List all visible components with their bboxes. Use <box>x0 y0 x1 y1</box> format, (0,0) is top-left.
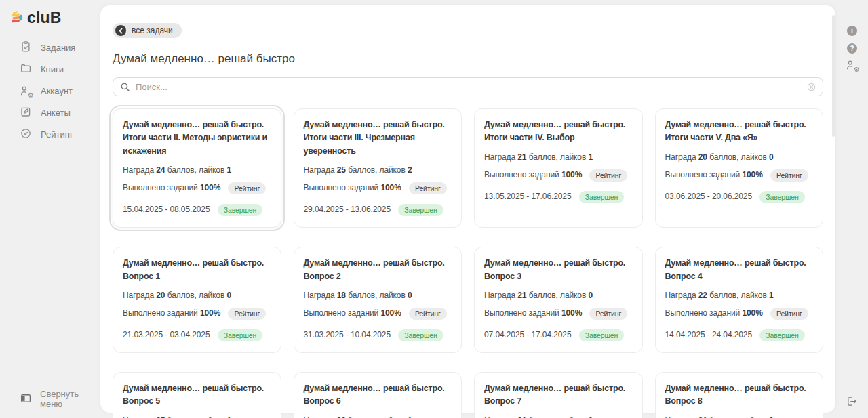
card-dates: 15.04.2025 - 08.05.2025 <box>123 205 210 214</box>
clear-search-icon[interactable] <box>807 83 816 91</box>
collapse-menu-label: Свернуть меню <box>40 389 100 409</box>
card-dates-line: 03.06.2025 - 20.06.2025 Завершен <box>665 191 814 203</box>
sidebar-item-forms[interactable]: Анкеты <box>0 102 100 123</box>
task-card[interactable]: Думай медленно… решай быстро. Вопрос 5 Н… <box>113 372 281 418</box>
scrollbar[interactable] <box>832 15 835 137</box>
card-title: Думай медленно… решай быстро. Вопрос 4 <box>665 257 814 283</box>
card-title: Думай медленно… решай быстро. Вопрос 6 <box>304 382 452 409</box>
card-dates-line: 29.04.2025 - 13.06.2025 Завершен <box>304 204 452 216</box>
task-card[interactable]: Думай медленно… решай быстро. Итоги част… <box>113 108 281 228</box>
search-bar <box>113 77 823 96</box>
sidebar-item-books[interactable]: Книги <box>0 58 100 80</box>
card-title: Думай медленно… решай быстро. Вопрос 5 <box>123 382 271 409</box>
card-title: Думай медленно… решай быстро. Вопрос 3 <box>484 257 633 283</box>
info-icon[interactable]: i <box>847 26 857 36</box>
card-title: Думай медленно… решай быстро. Вопрос 8 <box>665 382 814 409</box>
card-title: Думай медленно… решай быстро. Итоги част… <box>665 119 814 145</box>
card-reward-line: Награда 20 баллов, лайков 0 <box>665 152 814 162</box>
card-reward-line: Награда 21 баллов, лайков 1 <box>484 152 633 162</box>
rating-badge: Рейтинг <box>589 169 627 182</box>
card-reward-line: Награда 21 баллов, лайков 0 <box>484 416 633 418</box>
page-title: Думай медленно… решай быстро <box>113 52 823 66</box>
card-dates-line: 31.03.2025 - 10.04.2025 Завершен <box>304 329 452 341</box>
sidebar: cluB Задания Книги <box>0 0 100 418</box>
search-icon <box>120 82 130 92</box>
app-logo[interactable]: cluB <box>10 9 62 27</box>
card-progress-line: Выполнено заданий 100% Рейтинг <box>484 169 633 182</box>
card-title: Думай медленно… решай быстро. Итоги част… <box>304 119 452 158</box>
task-card[interactable]: Думай медленно… решай быстро. Вопрос 3 Н… <box>474 247 643 353</box>
logo-text: cluB <box>27 9 62 27</box>
logout-icon[interactable] <box>846 396 858 410</box>
user-gear-icon: ⚙ <box>20 85 32 97</box>
card-dates-line: 07.04.2025 - 17.04.2025 Завершен <box>484 329 633 341</box>
card-dates: 31.03.2025 - 10.04.2025 <box>304 330 391 339</box>
collapse-panel-icon <box>20 392 32 406</box>
card-progress-line: Выполнено заданий 100% Рейтинг <box>665 169 814 182</box>
card-dates-line: 21.03.2025 - 03.04.2025 Завершен <box>123 329 271 341</box>
help-icon[interactable]: ? <box>847 43 857 54</box>
card-reward-line: Награда 20 баллов, лайков 0 <box>123 291 271 300</box>
rating-badge: Рейтинг <box>228 182 266 194</box>
gear-glyph: ⚙ <box>854 66 860 73</box>
user-settings-icon[interactable]: ⚙ <box>846 59 858 71</box>
task-card[interactable]: Думай медленно… решай быстро. Итоги част… <box>474 108 643 228</box>
card-title: Думай медленно… решай быстро. Вопрос 2 <box>304 257 452 283</box>
task-card[interactable]: Думай медленно… решай быстро. Вопрос 2 Н… <box>294 247 462 353</box>
task-card[interactable]: Думай медленно… решай быстро. Вопрос 8 Н… <box>655 372 824 418</box>
status-badge: Завершен <box>579 191 625 203</box>
task-card[interactable]: Думай медленно… решай быстро. Итоги част… <box>294 108 462 228</box>
pencil-square-icon <box>20 106 32 120</box>
task-card[interactable]: Думай медленно… решай быстро. Вопрос 4 Н… <box>655 247 824 353</box>
sidebar-item-label: Анкеты <box>41 108 71 118</box>
sidebar-nav: Задания Книги ⚙ Аккаунт <box>0 37 100 145</box>
back-button-label: все задачи <box>132 26 173 35</box>
card-reward-line: Награда 22 баллов, лайков 1 <box>665 291 814 300</box>
card-dates: 21.03.2025 - 03.04.2025 <box>123 330 210 339</box>
task-card[interactable]: Думай медленно… решай быстро. Вопрос 1 Н… <box>113 247 281 353</box>
search-input[interactable] <box>136 82 802 92</box>
sidebar-item-rating[interactable]: Рейтинг <box>0 123 100 145</box>
sidebar-item-label: Задания <box>41 43 75 53</box>
card-title: Думай медленно… решай быстро. Итоги част… <box>484 119 633 145</box>
card-title: Думай медленно… решай быстро. Вопрос 7 <box>484 382 633 409</box>
card-reward-line: Награда 21 баллов, лайков 0 <box>484 291 633 300</box>
card-dates: 14.04.2025 - 24.04.2025 <box>665 330 752 339</box>
card-progress-line: Выполнено заданий 100% Рейтинг <box>304 308 452 320</box>
rating-badge: Рейтинг <box>409 182 447 194</box>
status-badge: Завершен <box>579 329 625 341</box>
task-card[interactable]: Думай медленно… решай быстро. Вопрос 6 Н… <box>294 372 462 418</box>
status-badge: Завершен <box>398 329 443 341</box>
card-reward-line: Награда 22 баллов, лайков 1 <box>304 416 452 418</box>
task-card[interactable]: Думай медленно… решай быстро. Вопрос 7 Н… <box>474 372 643 418</box>
cards-grid: Думай медленно… решай быстро. Итоги част… <box>113 108 823 418</box>
card-title: Думай медленно… решай быстро. Итоги част… <box>123 119 271 158</box>
card-progress-line: Выполнено заданий 100% Рейтинг <box>304 182 452 194</box>
rating-badge: Рейтинг <box>770 169 808 182</box>
sidebar-item-tasks[interactable]: Задания <box>0 37 100 58</box>
sidebar-item-account[interactable]: ⚙ Аккаунт <box>0 80 100 102</box>
card-dates-line: 14.04.2025 - 24.04.2025 Завершен <box>665 329 814 341</box>
card-reward-line: Награда 18 баллов, лайков 0 <box>304 291 452 300</box>
task-card[interactable]: Думай медленно… решай быстро. Итоги част… <box>655 108 824 228</box>
card-reward-line: Награда 25 баллов, лайков 2 <box>304 165 452 175</box>
clipboard-check-icon <box>20 41 32 55</box>
card-dates: 29.04.2025 - 13.06.2025 <box>304 205 391 214</box>
card-progress-line: Выполнено заданий 100% Рейтинг <box>665 308 814 320</box>
card-dates: 07.04.2025 - 17.04.2025 <box>484 330 571 339</box>
card-progress-line: Выполнено заданий 100% Рейтинг <box>123 182 271 194</box>
main-panel: все задачи Думай медленно… решай быстро … <box>100 5 835 413</box>
collapse-menu-button[interactable]: Свернуть меню <box>20 389 100 409</box>
rating-badge: Рейтинг <box>409 308 447 320</box>
rosette-check-icon <box>20 127 32 142</box>
sidebar-item-label: Аккаунт <box>41 86 73 96</box>
card-reward-line: Награда 24 баллов, лайков 1 <box>123 165 271 175</box>
card-dates: 13.05.2025 - 17.06.2025 <box>484 192 571 201</box>
card-dates-line: 15.04.2025 - 08.05.2025 Завершен <box>123 204 271 216</box>
back-to-all-tasks-button[interactable]: все задачи <box>113 23 182 38</box>
logo-b-icon <box>10 10 26 26</box>
back-arrow-icon <box>115 25 126 36</box>
status-badge: Завершен <box>760 329 805 341</box>
sidebar-item-label: Книги <box>41 64 64 75</box>
sidebar-item-label: Рейтинг <box>41 129 73 140</box>
